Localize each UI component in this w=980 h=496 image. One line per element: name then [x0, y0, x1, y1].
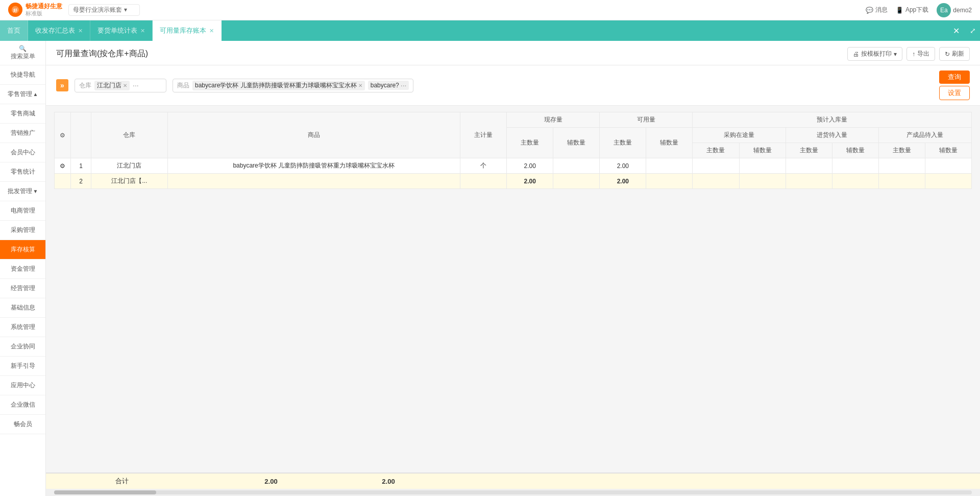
print-icon: 🖨: [853, 51, 859, 58]
tab-receipt-summary-close[interactable]: ✕: [78, 28, 83, 34]
td-purchase-aux: [739, 174, 786, 189]
td-inbound-aux: [832, 158, 878, 174]
expand-tabs-button[interactable]: ⤢: [966, 20, 980, 41]
avatar: Ea: [937, 3, 951, 17]
td-avail-main: 2.00: [600, 158, 646, 174]
warehouse-filter[interactable]: 仓库 江北门店 ✕ ···: [75, 79, 166, 92]
filter-toggle-button[interactable]: »: [56, 79, 68, 91]
sidebar-item-system[interactable]: 系统管理: [0, 318, 45, 337]
td-gear[interactable]: ⚙: [55, 158, 71, 174]
template-print-button[interactable]: 🖨 按模板打印 ▾: [847, 47, 902, 61]
main-layout: 🔍 搜索菜单 快捷导航 零售管理 ▲ 零售商城 营销推广 会员中心 零售统计 批…: [0, 41, 980, 496]
td-stock-main: 2.00: [507, 158, 553, 174]
sidebar-item-ecommerce[interactable]: 电商管理: [0, 201, 45, 221]
th-main-unit: 主计量: [460, 112, 507, 158]
sidebar-item-inventory[interactable]: 库存核算: [0, 240, 45, 259]
logo-icon: 好: [8, 3, 22, 17]
chevron-down-icon: ▾: [124, 6, 127, 13]
warehouse-tag-close[interactable]: ✕: [123, 83, 127, 88]
sidebar-item-operations[interactable]: 经营管理: [0, 279, 45, 298]
sidebar: 🔍 搜索菜单 快捷导航 零售管理 ▲ 零售商城 营销推广 会员中心 零售统计 批…: [0, 41, 46, 496]
th-available-qty: 可用量: [600, 112, 693, 128]
sidebar-item-purchase[interactable]: 采购管理: [0, 221, 45, 240]
td-purchase-main: [693, 174, 739, 189]
app-download-button[interactable]: 📱 App下载: [896, 6, 928, 14]
td-no: 1: [71, 158, 91, 174]
tab-order-stats[interactable]: 要货单统计表 ✕: [90, 20, 153, 41]
query-button[interactable]: 查询: [939, 70, 970, 84]
sidebar-item-wholesale[interactable]: 批发管理 ▼: [0, 182, 45, 201]
brand-sub: 标准版: [26, 10, 62, 17]
td-purchase-main: [693, 158, 739, 174]
sidebar-search-label: 搜索菜单: [3, 52, 42, 61]
sidebar-item-newbie[interactable]: 新手引导: [0, 357, 45, 376]
warehouse-dots: ···: [133, 81, 139, 89]
tab-available-stock[interactable]: 可用量库存账本 ✕: [153, 20, 222, 41]
th-finished-main: 主数量: [878, 143, 925, 158]
td-finished-aux: [925, 174, 971, 189]
tab-available-stock-label: 可用量库存账本: [160, 26, 206, 35]
close-all-tabs-button[interactable]: ✕: [947, 20, 966, 41]
page-header: 可用量查询(按仓库+商品) 🖨 按模板打印 ▾ ↑ 导出 ↻ 刷新: [46, 41, 980, 65]
td-avail-main: 2.00: [600, 174, 646, 189]
td-no: 2: [71, 174, 91, 189]
chevron-down-icon: ▾: [894, 51, 897, 58]
product-filter[interactable]: 商品 babycare学饮杯 儿童防摔防撞吸管杯重力球吸嘴杯宝宝水杯 ✕ bab…: [173, 79, 413, 92]
sidebar-item-member2[interactable]: 畅会员: [0, 415, 45, 434]
sidebar-item-quick-nav[interactable]: 快捷导航: [0, 65, 45, 85]
sidebar-item-retail-mall[interactable]: 零售商城: [0, 104, 45, 124]
th-finished-aux: 辅数量: [925, 143, 971, 158]
sidebar-item-member[interactable]: 会员中心: [0, 143, 45, 162]
td-inbound-aux: [832, 174, 878, 189]
td-inbound-main: [786, 174, 832, 189]
user-menu[interactable]: Ea demo2: [937, 3, 972, 17]
product-tag-2: babycare? ···: [368, 81, 409, 90]
th-avail-main: 主数量: [600, 128, 646, 158]
sidebar-item-finance[interactable]: 资金管理: [0, 259, 45, 279]
td-product: [167, 174, 460, 189]
message-icon: 💬: [866, 7, 873, 14]
product-tag-1-close[interactable]: ✕: [358, 83, 362, 88]
sidebar-item-enterprise[interactable]: 企业协同: [0, 337, 45, 357]
message-button[interactable]: 💬 消息: [866, 6, 888, 14]
sidebar-item-marketing[interactable]: 营销推广: [0, 124, 45, 143]
sidebar-item-retail[interactable]: 零售管理 ▲: [0, 85, 45, 104]
chevron-icon: ▼: [33, 188, 38, 194]
page-title: 可用量查询(按仓库+商品): [56, 49, 148, 59]
th-gear[interactable]: ⚙: [55, 112, 71, 158]
sidebar-item-app-center[interactable]: 应用中心: [0, 376, 45, 395]
scroll-track: [54, 490, 972, 494]
setting-button[interactable]: 设置: [939, 86, 970, 100]
download-icon: 📱: [896, 7, 903, 14]
chevron-icon: ▲: [33, 91, 38, 97]
th-planned-inbound: 预计入库量: [693, 112, 972, 128]
tab-receipt-summary[interactable]: 收发存汇总表 ✕: [28, 20, 90, 41]
top-bar-right: 💬 消息 📱 App下载 Ea demo2: [866, 3, 972, 17]
refresh-button[interactable]: ↻ 刷新: [939, 47, 970, 61]
th-stock-aux: 辅数量: [553, 128, 600, 158]
sidebar-item-enterprise-wx[interactable]: 企业微信: [0, 395, 45, 415]
tab-home[interactable]: 首页: [0, 20, 28, 41]
scroll-bar-container: [46, 489, 980, 496]
th-warehouse: 仓库: [91, 112, 168, 158]
td-main-unit: [460, 174, 507, 189]
industry-selector[interactable]: 母婴行业演示账套 ▾: [68, 4, 140, 16]
table-container: ⚙ 仓库 商品 主计量 现存量 可用量 预计入库量 主数量 辅数量 主数量 辅数…: [46, 106, 980, 473]
sidebar-search[interactable]: 🔍 搜索菜单: [0, 41, 45, 65]
sidebar-item-retail-stats[interactable]: 零售统计: [0, 162, 45, 182]
td-stock-main: 2.00: [507, 174, 553, 189]
tab-available-stock-close[interactable]: ✕: [209, 28, 214, 34]
filter-buttons: 查询 设置: [939, 70, 970, 100]
export-button[interactable]: ↑ 导出: [906, 47, 935, 61]
td-finished-main: [878, 174, 925, 189]
product-tag-1: babycare学饮杯 儿童防摔防撞吸管杯重力球吸嘴杯宝宝水杯 ✕: [192, 81, 365, 90]
tab-order-stats-close[interactable]: ✕: [140, 28, 145, 34]
th-no: [71, 112, 91, 158]
table-footer: 合计 2.00 2.00: [46, 473, 980, 489]
tab-order-stats-label: 要货单统计表: [97, 26, 137, 35]
logo-area: 好 畅捷通好生意 标准版: [8, 3, 62, 17]
page-actions: 🖨 按模板打印 ▾ ↑ 导出 ↻ 刷新: [847, 47, 970, 61]
scroll-thumb[interactable]: [54, 490, 156, 494]
sidebar-item-basic-info[interactable]: 基础信息: [0, 298, 45, 318]
td-gear[interactable]: [55, 174, 71, 189]
